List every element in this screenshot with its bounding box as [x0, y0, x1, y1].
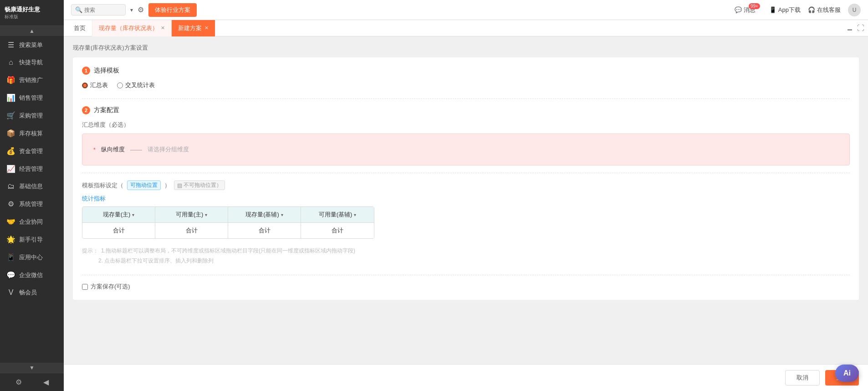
app-center-icon: 📱 [6, 253, 15, 262]
section1-header: 1 选择模板 [82, 67, 850, 75]
tabs-bar: 首页 现存量（库存状况表） ✕ 新建方案 ✕ 🗕 ⛶ [64, 20, 868, 36]
sidebar-item-sales[interactable]: 📊 销售管理 [0, 89, 64, 107]
section-divider-2 [82, 173, 850, 173]
stats-col-3-header[interactable]: 可用量(基辅) ▾ [301, 207, 374, 223]
section1-num: 1 [82, 67, 90, 75]
sidebar-label-inventory: 库存核算 [19, 129, 43, 138]
tab-home[interactable]: 首页 [67, 20, 92, 36]
template-radio-group: 汇总表 交叉统计表 [82, 81, 850, 89]
sidebar-item-quick-nav[interactable]: ⌂ 快捷导航 [0, 54, 64, 71]
dim-dash: —— [130, 146, 142, 153]
stats-table-header: 现存量(主) ▾ 合计 可用量(主) ▾ 合计 [82, 207, 374, 238]
content-footer: 取消 查询 [64, 364, 868, 391]
settings-gear-icon[interactable]: ⚙ [138, 5, 144, 14]
save-checkbox[interactable] [82, 284, 88, 290]
dimension-box[interactable]: * 纵向维度 —— 请选择分组维度 [82, 134, 850, 165]
quick-nav-icon: ⌂ [6, 58, 15, 67]
search-box[interactable]: 🔍 [71, 4, 126, 15]
tab-inventory[interactable]: 现存量（库存状况表） ✕ [92, 20, 172, 36]
required-mark: * [93, 146, 96, 153]
stats-col-1: 可用量(主) ▾ 合计 [155, 207, 228, 238]
radio-cross-input[interactable] [117, 82, 123, 88]
sidebar-item-marketing[interactable]: 🎁 营销推广 [0, 71, 64, 89]
sidebar-item-inventory[interactable]: 📦 库存核算 [0, 124, 64, 142]
sidebar-item-app-center[interactable]: 📱 应用中心 [0, 248, 64, 266]
settings-icon[interactable]: ⚙ [15, 378, 22, 386]
sidebar-label-wechat: 企业微信 [19, 271, 43, 279]
topbar-actions: 💬 消息 99+ 📱 App下载 🎧 在线客服 U [735, 4, 861, 16]
sidebar-item-purchase[interactable]: 🛒 采购管理 [0, 107, 64, 124]
stats-col-3: 可用量(基辅) ▾ 合计 [301, 207, 374, 238]
sidebar-label-cooperation: 企业协同 [19, 218, 43, 226]
sidebar-item-cooperation[interactable]: 🤝 企业协同 [0, 213, 64, 231]
sidebar-item-vip[interactable]: V 畅会员 [0, 284, 64, 301]
search-menu-icon: ☰ [6, 41, 15, 49]
sidebar-item-search-menu[interactable]: ☰ 搜索菜单 [0, 36, 64, 54]
tip-0-text: 1.拖动标题栏可以调整布局，不可跨维度或指标区域拖动栏目字段(只能在同一维度或指… [101, 246, 355, 256]
dim-row-label: 纵向维度 [101, 145, 125, 154]
stats-col-3-label: 可用量(基辅) [319, 211, 352, 219]
phone-icon: 📱 [769, 6, 776, 13]
app-name: 畅康通好生意 [5, 5, 59, 14]
section1-title: 选择模板 [94, 67, 119, 75]
stats-col-0-header[interactable]: 现存量(主) ▾ [82, 207, 155, 223]
sidebar-scroll-down[interactable]: ▼ [0, 363, 64, 373]
sidebar-item-finance[interactable]: 💰 资金管理 [0, 142, 64, 160]
chevron-down-icon-1[interactable]: ▾ [205, 212, 207, 217]
customer-service-label: 在线客服 [817, 6, 841, 14]
sidebar-item-system[interactable]: ⚙ 系统管理 [0, 195, 64, 213]
sidebar-scroll-up[interactable]: ▲ [0, 26, 64, 36]
message-action[interactable]: 💬 消息 99+ [735, 6, 756, 14]
content-area: 现存量(库存状况表)方案设置 1 选择模板 汇总表 [64, 36, 868, 364]
tag-movable: 可拖动位置 [127, 180, 161, 190]
dropdown-arrow-icon[interactable]: ▾ [130, 7, 133, 13]
app-download-action[interactable]: 📱 App下载 [769, 6, 801, 14]
sidebar-item-operation[interactable]: 📈 经营管理 [0, 160, 64, 178]
radio-summary[interactable]: 汇总表 [82, 81, 108, 89]
settings-panel: 1 选择模板 汇总表 交叉统计表 [73, 57, 859, 300]
finance-icon: 💰 [6, 147, 15, 155]
stats-col-2-header[interactable]: 现存量(基辅) ▾ [228, 207, 301, 223]
search-input[interactable] [84, 7, 121, 13]
sidebar-item-basic-info[interactable]: 🗂 基础信息 [0, 178, 64, 195]
headset-icon: 🎧 [808, 6, 815, 13]
ai-bubble[interactable]: Ai [835, 365, 859, 382]
chevron-down-icon-2[interactable]: ▾ [281, 212, 283, 217]
inventory-icon: 📦 [6, 129, 15, 138]
chevron-down-icon-3[interactable]: ▾ [354, 212, 356, 217]
sidebar-item-guide[interactable]: 🌟 新手引导 [0, 231, 64, 248]
radio-cross[interactable]: 交叉统计表 [117, 81, 155, 89]
stats-col-0-body: 合计 [82, 223, 155, 238]
sidebar-label-vip: 畅会员 [19, 288, 37, 297]
section-divider-1 [82, 98, 850, 99]
home-tab-label: 首页 [74, 24, 86, 32]
indicators-label-prefix: 模板指标设定（ [82, 181, 123, 190]
dim-placeholder: 请选择分组维度 [148, 145, 189, 154]
customer-service-action[interactable]: 🎧 在线客服 [808, 6, 841, 14]
tab-new-scheme[interactable]: 新建方案 ✕ [172, 20, 215, 36]
tab-minimize-icon[interactable]: 🗕 [846, 24, 853, 32]
section2-title: 方案配置 [94, 106, 119, 114]
radio-summary-input[interactable] [82, 82, 88, 88]
stats-section-label: 统计指标 [82, 195, 850, 203]
inventory-tab-label: 现存量（库存状况表） [99, 24, 158, 32]
tab-expand-icon[interactable]: ⛶ [857, 24, 864, 32]
collapse-icon[interactable]: ◀ [43, 378, 49, 386]
sidebar-item-wechat[interactable]: 💬 企业微信 [0, 266, 64, 284]
summary-dim-label: 汇总维度（必选） [82, 121, 850, 129]
user-avatar[interactable]: U [848, 4, 861, 16]
ai-bubble-label: Ai [843, 369, 851, 377]
stats-col-1-header[interactable]: 可用量(主) ▾ [155, 207, 228, 223]
stats-table: 现存量(主) ▾ 合计 可用量(主) ▾ 合计 [82, 206, 374, 239]
section-scheme-config: 2 方案配置 汇总维度（必选） * 纵向维度 —— 请选择分组维度 模板指 [82, 106, 850, 266]
chevron-down-icon-0[interactable]: ▾ [132, 212, 134, 217]
inventory-tab-close-icon[interactable]: ✕ [161, 26, 165, 31]
trial-button[interactable]: 体验行业方案 [148, 3, 197, 17]
search-icon: 🔍 [75, 6, 82, 13]
new-scheme-tab-close-icon[interactable]: ✕ [204, 26, 209, 31]
tips-section: 提示： 1.拖动标题栏可以调整布局，不可跨维度或指标区域拖动栏目字段(只能在同一… [82, 246, 850, 266]
stats-col-3-body: 合计 [301, 223, 374, 238]
message-badge: 99+ [749, 3, 760, 9]
tip-item-0: 提示： 1.拖动标题栏可以调整布局，不可跨维度或指标区域拖动栏目字段(只能在同一… [82, 246, 850, 256]
cancel-button[interactable]: 取消 [785, 370, 820, 386]
